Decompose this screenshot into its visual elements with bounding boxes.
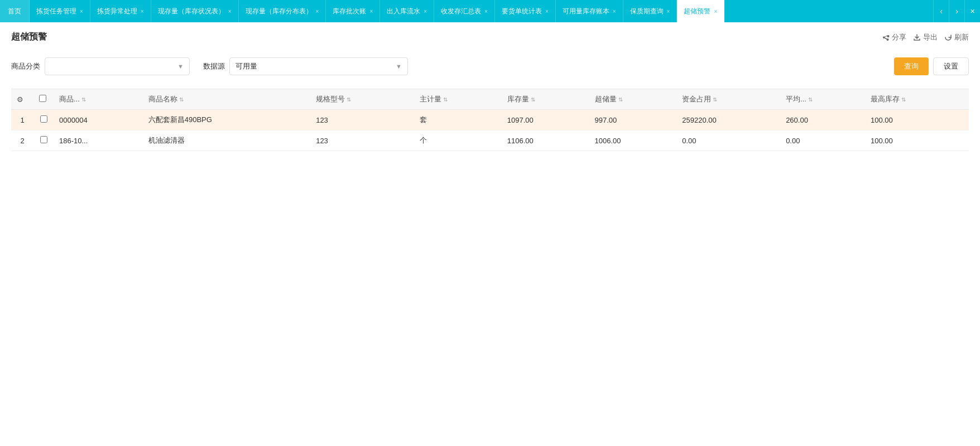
sort-icon: ⇅ [901, 96, 906, 103]
order-stat-label: 要货单统计表 [502, 7, 542, 16]
filter-buttons: 查询 设置 [894, 57, 969, 75]
close-icon[interactable]: × [228, 8, 232, 14]
nav-tab-order-stat[interactable]: 要货单统计表 × [495, 0, 556, 22]
close-icon[interactable]: × [424, 8, 427, 14]
cell-max-stock: 100.00 [865, 110, 969, 130]
close-icon[interactable]: × [369, 8, 373, 14]
close-icon[interactable]: × [80, 8, 83, 14]
row-number: 2 [11, 130, 33, 151]
nav-tab-batch[interactable]: 库存批次账 × [326, 0, 380, 22]
col-header-overstock[interactable]: 超储量 ⇅ [595, 94, 671, 104]
col-product-code-label: 商品... [59, 94, 80, 104]
checkbox-column-header [33, 89, 54, 110]
table-body: 1 0000004 六配套新昌490BPG 123 套 1097.00 997.… [11, 110, 969, 151]
col-product-code: 商品... ⇅ [54, 89, 143, 110]
nav-tab-quality[interactable]: 保质期查询 × [623, 0, 678, 22]
export-action[interactable]: 导出 [913, 32, 938, 42]
close-icon[interactable]: × [141, 8, 144, 14]
query-button[interactable]: 查询 [894, 57, 929, 75]
col-header-inventory[interactable]: 库存量 ⇅ [507, 94, 584, 104]
row-checkbox[interactable] [40, 115, 47, 123]
nav-arrows: ‹ › × [933, 0, 980, 22]
nav-tab-task[interactable]: 拣货任务管理 × [30, 0, 90, 22]
filter-row: 商品分类 ▼ 数据源 可用量 ▼ 查询 设置 [11, 52, 969, 81]
nav-arrow-close[interactable]: × [964, 0, 980, 22]
page-content: 超储预警 分享 导出 刷新 [0, 22, 980, 446]
cell-product-code: 0000004 [54, 110, 143, 130]
nav-tab-inout[interactable]: 出入库流水 × [380, 0, 434, 22]
gear-column-header: ⚙ [11, 89, 33, 110]
inventory-status-label: 现存量（库存状况表） [158, 7, 225, 16]
col-max-stock: 最高库存 ⇅ [865, 89, 969, 110]
inout-label: 出入库流水 [387, 7, 420, 16]
col-header-avg[interactable]: 平均... ⇅ [786, 94, 859, 104]
col-avg-label: 平均... [786, 94, 806, 104]
page-header: 超储预警 分享 导出 刷新 [11, 31, 969, 43]
col-header-spec[interactable]: 规格型号 ⇅ [316, 94, 409, 104]
sort-icon: ⇅ [713, 96, 717, 103]
nav-tab-collect[interactable]: 收发存汇总表 × [434, 0, 495, 22]
nav-tab-inventory-status[interactable]: 现存量（库存状况表） × [151, 0, 239, 22]
cell-product-name: 机油滤清器 [143, 130, 310, 151]
cell-spec: 123 [310, 110, 414, 130]
cell-avg: 260.00 [780, 110, 865, 130]
sort-icon: ⇅ [179, 96, 184, 103]
available-label: 可用量库存账本 [563, 7, 609, 16]
close-icon[interactable]: × [613, 8, 616, 14]
col-header-unit[interactable]: 主计量 ⇅ [420, 94, 496, 104]
refresh-action[interactable]: 刷新 [944, 32, 969, 42]
gear-icon[interactable]: ⚙ [17, 95, 23, 104]
share-action[interactable]: 分享 [882, 32, 906, 42]
col-header-product-code[interactable]: 商品... ⇅ [59, 94, 137, 104]
task-label: 拣货任务管理 [36, 7, 76, 16]
cell-capital: 259220.00 [676, 110, 780, 130]
chevron-down-icon: ▼ [396, 63, 402, 70]
col-header-max-stock[interactable]: 最高库存 ⇅ [871, 94, 963, 104]
close-icon[interactable]: × [484, 8, 488, 14]
sort-icon: ⇅ [808, 96, 813, 103]
page-title: 超储预警 [11, 31, 47, 43]
col-unit-label: 主计量 [420, 94, 441, 104]
category-filter: 商品分类 ▼ [11, 57, 190, 75]
nav-tab-overstock[interactable]: 超储预警 × [677, 0, 724, 22]
col-overstock-label: 超储量 [595, 94, 617, 104]
settings-button[interactable]: 设置 [933, 57, 969, 75]
share-label: 分享 [892, 32, 906, 42]
top-nav: 首页 拣货任务管理 × 拣货异常处理 × 现存量（库存状况表） × 现存量（库存… [0, 0, 980, 22]
cell-product-code: 186-10... [54, 130, 143, 151]
datasource-select[interactable]: 可用量 ▼ [229, 57, 408, 75]
col-unit: 主计量 ⇅ [414, 89, 502, 110]
row-checkbox-cell [33, 110, 54, 130]
nav-arrow-left[interactable]: ‹ [933, 0, 949, 22]
select-all-checkbox[interactable] [39, 95, 46, 102]
col-header-capital[interactable]: 资金占用 ⇅ [682, 94, 775, 104]
close-icon[interactable]: × [545, 8, 549, 14]
collect-label: 收发存汇总表 [441, 7, 481, 16]
sort-icon: ⇅ [618, 96, 623, 103]
nav-arrow-right[interactable]: › [949, 0, 964, 22]
col-inventory: 库存量 ⇅ [502, 89, 589, 110]
category-select[interactable]: ▼ [45, 57, 190, 75]
col-product-name: 商品名称 ⇅ [143, 89, 310, 110]
close-icon[interactable]: × [667, 8, 670, 14]
cell-avg: 0.00 [780, 130, 865, 151]
col-header-product-name[interactable]: 商品名称 ⇅ [148, 94, 305, 104]
close-icon[interactable]: × [714, 8, 717, 14]
nav-tab-home[interactable]: 首页 [0, 0, 30, 22]
cell-overstock: 997.00 [589, 110, 677, 130]
col-capital-label: 资金占用 [682, 94, 711, 104]
cell-max-stock: 100.00 [865, 130, 969, 151]
nav-tab-inventory-dist[interactable]: 现存量（库存分布表） × [239, 0, 326, 22]
close-icon[interactable]: × [316, 8, 319, 14]
nav-tab-available[interactable]: 可用量库存账本 × [556, 0, 623, 22]
category-label: 商品分类 [11, 61, 40, 71]
share-icon [882, 33, 890, 41]
refresh-label: 刷新 [954, 32, 969, 42]
table-header-row: ⚙ 商品... ⇅ 商品名称 ⇅ [11, 89, 969, 110]
cell-inventory: 1106.00 [502, 130, 589, 151]
nav-tab-abnormal[interactable]: 拣货异常处理 × [90, 0, 151, 22]
quality-label: 保质期查询 [630, 7, 664, 16]
col-inventory-label: 库存量 [507, 94, 529, 104]
row-checkbox[interactable] [40, 136, 47, 143]
sort-icon: ⇅ [531, 96, 535, 103]
